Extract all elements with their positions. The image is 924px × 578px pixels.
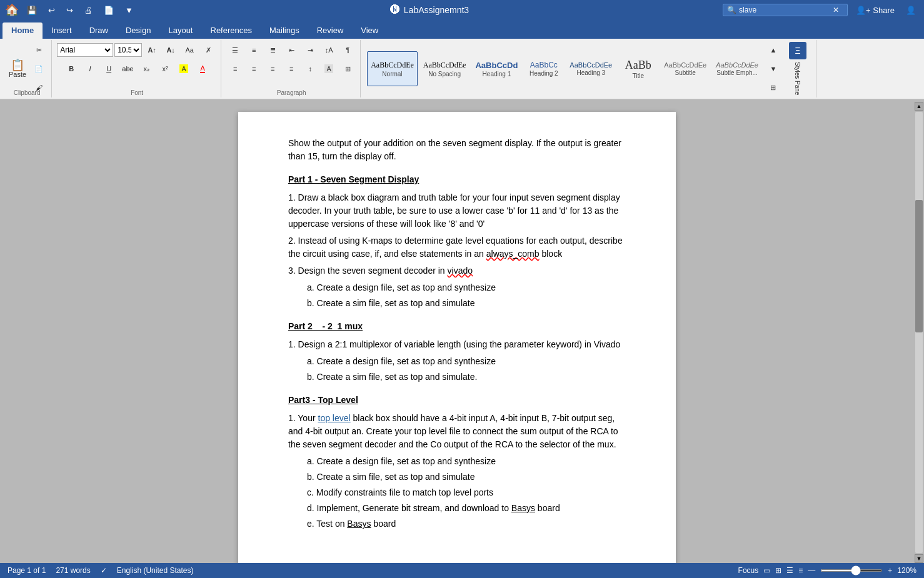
paste-button[interactable]: 📋 Paste — [6, 52, 29, 85]
grow-font-button[interactable]: A↑ — [143, 41, 161, 59]
part2-item1b: b. Create a sim file, set as top and sim… — [307, 371, 626, 384]
search-box[interactable]: 🔍 ✕ — [723, 4, 848, 16]
part3-item1b: b. Create a sim file, set as top and sim… — [307, 471, 626, 484]
tab-mailings[interactable]: Mailings — [261, 22, 308, 39]
zoom-in-icon[interactable]: + — [888, 566, 892, 575]
clear-search-icon[interactable]: ✕ — [833, 6, 839, 14]
style-subtitle[interactable]: AaBbCcDdEe Subtitle — [660, 51, 710, 86]
status-bar-right: Focus ▭ ⊞ ☰ ≡ — + 120% — [738, 566, 916, 575]
style-heading1[interactable]: AaBbCcDd Heading 1 — [471, 51, 521, 86]
style-no-spacing-label: No Spacing — [428, 71, 461, 77]
gallery-scroll-up[interactable]: ▲ — [765, 41, 782, 59]
share-button[interactable]: 👤+ Share — [853, 4, 898, 16]
strikethrough-icon: abc — [122, 65, 133, 72]
italic-label: I — [89, 65, 91, 72]
document-page: Show the output of your addition on the … — [238, 112, 676, 563]
tab-review[interactable]: Review — [308, 22, 353, 39]
tab-insert[interactable]: Insert — [43, 22, 81, 39]
style-heading2[interactable]: AaBbCc Heading 2 — [523, 51, 564, 86]
style-title-preview: AaBb — [625, 59, 651, 72]
sort-icon: ↕A — [325, 46, 333, 54]
bold-button[interactable]: B — [63, 60, 80, 77]
style-heading1-label: Heading 1 — [483, 71, 511, 77]
style-title[interactable]: AaBb Title — [618, 51, 658, 86]
scrollbar-area: ▲ ▼ — [914, 99, 924, 563]
styles-pane-button[interactable]: Ξ Styles Pane — [782, 42, 813, 95]
user-icon[interactable]: 👤 — [903, 4, 919, 16]
gallery-scroll-down[interactable]: ▼ — [765, 60, 782, 77]
line-spacing-icon: ↕ — [308, 65, 312, 72]
decrease-indent-button[interactable]: ⇤ — [283, 41, 300, 59]
document-title: LabAssignemnt3 — [404, 5, 469, 15]
shrink-font-button[interactable]: A↓ — [162, 41, 179, 59]
align-center-button[interactable]: ≡ — [245, 60, 263, 77]
ribbon-toolbar: 📋 Paste ✂ 📄 🖌 Clipboard Arial Calibri Ti… — [0, 39, 924, 99]
focus-button[interactable]: Focus — [738, 566, 759, 575]
home-icon: 🏠 — [5, 3, 19, 17]
style-heading3[interactable]: AaBbCcDdEe Heading 3 — [566, 51, 616, 86]
print-button[interactable]: 🖨 — [81, 4, 96, 16]
align-left-button[interactable]: ≡ — [226, 60, 244, 77]
tab-home[interactable]: Home — [3, 22, 43, 39]
cut-button[interactable]: ✂ — [30, 41, 48, 59]
view-mode-icon-2[interactable]: ⊞ — [775, 566, 781, 575]
top-level-link: top level — [318, 413, 351, 423]
sort-button[interactable]: ↕A — [320, 41, 338, 59]
scroll-thumb[interactable] — [915, 200, 923, 332]
change-case-button[interactable]: Aa — [181, 41, 198, 59]
shading-button[interactable]: A — [320, 60, 338, 77]
search-input[interactable] — [739, 6, 833, 14]
scroll-down-button[interactable]: ▼ — [915, 554, 923, 563]
subscript-button[interactable]: x₂ — [138, 60, 155, 77]
undo-button[interactable]: ↩ — [45, 4, 58, 16]
style-heading1-preview: AaBbCcDd — [475, 61, 518, 70]
tab-draw[interactable]: Draw — [81, 22, 117, 39]
part1-item3b: b. Create a sim file, set as top and sim… — [307, 297, 626, 310]
increase-indent-button[interactable]: ⇥ — [301, 41, 319, 59]
show-formatting-button[interactable]: ¶ — [339, 41, 356, 59]
bullets-button[interactable]: ☰ — [226, 41, 244, 59]
scroll-up-button[interactable]: ▲ — [915, 102, 923, 111]
redo-button[interactable]: ↪ — [63, 4, 76, 16]
align-right-button[interactable]: ≡ — [264, 60, 281, 77]
style-normal[interactable]: AaBbCcDdEe Normal — [367, 51, 418, 86]
tab-layout[interactable]: Layout — [159, 22, 201, 39]
line-spacing-button[interactable]: ↕ — [301, 60, 319, 77]
style-subtle-emph[interactable]: AaBbCcDdEe Subtle Emph... — [712, 51, 762, 86]
superscript-button[interactable]: x² — [156, 60, 174, 77]
tab-design[interactable]: Design — [117, 22, 159, 39]
new-doc-button[interactable]: 📄 — [101, 4, 117, 16]
italic-button[interactable]: I — [81, 60, 99, 77]
text-highlight-button[interactable]: A — [175, 60, 193, 77]
save-button[interactable]: 💾 — [24, 4, 40, 16]
strikethrough-button[interactable]: abc — [119, 60, 136, 77]
numbering-icon: ≡ — [252, 46, 256, 54]
document-container[interactable]: Show the output of your addition on the … — [0, 99, 914, 563]
view-mode-icon-4[interactable]: ≡ — [798, 566, 803, 575]
zoom-out-icon[interactable]: — — [808, 566, 815, 575]
view-mode-icon-1[interactable]: ▭ — [763, 566, 770, 575]
quick-access-dropdown[interactable]: ▼ — [122, 4, 136, 16]
font-family-select[interactable]: Arial Calibri Times New Roman — [57, 43, 113, 57]
tab-references[interactable]: References — [202, 22, 261, 39]
font-size-select[interactable]: 10.5 11 12 14 — [114, 43, 142, 57]
font-color-button[interactable]: A — [194, 60, 211, 77]
multilevel-list-button[interactable]: ≣ — [264, 41, 281, 59]
clear-format-button[interactable]: ✗ — [199, 41, 217, 59]
grow-icon: A↑ — [148, 46, 156, 54]
zoom-slider[interactable] — [820, 569, 883, 572]
superscript-icon: x² — [163, 65, 168, 72]
style-no-spacing[interactable]: AaBbCcDdEe No Spacing — [419, 51, 470, 86]
view-mode-icon-3[interactable]: ☰ — [786, 566, 793, 575]
word-logo-icon: 🅦 — [390, 4, 400, 16]
numbering-button[interactable]: ≡ — [245, 41, 263, 59]
align-right-icon: ≡ — [271, 65, 274, 72]
justify-button[interactable]: ≡ — [283, 60, 300, 77]
vivado-text: vivado — [448, 266, 473, 276]
borders-button[interactable]: ⊞ — [339, 60, 356, 77]
tab-view[interactable]: View — [352, 22, 387, 39]
underline-button[interactable]: U — [100, 60, 118, 77]
gallery-more[interactable]: ⊞ — [765, 79, 782, 96]
copy-button[interactable]: 📄 — [30, 60, 48, 77]
part1-item3-text: Design the seven segment decoder in — [298, 266, 448, 276]
